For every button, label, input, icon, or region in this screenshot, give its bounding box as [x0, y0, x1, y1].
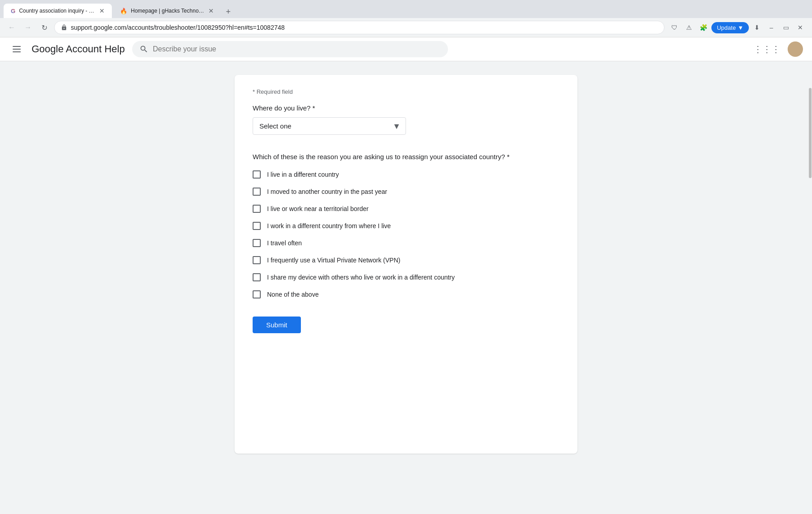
hamburger-icon [13, 46, 21, 52]
checkbox-item[interactable]: I live or work near a territorial border [253, 200, 559, 217]
reason-question: Which of these is the reason you are ask… [253, 153, 559, 161]
checkbox-label-cb1: I live in a different country [267, 171, 339, 178]
checkbox-item[interactable]: I travel often [253, 234, 559, 252]
reload-button[interactable]: ↻ [38, 21, 51, 34]
checkbox-label-cb6: I frequently use a Virtual Private Netwo… [267, 257, 400, 264]
checkbox-item[interactable]: I share my device with others who live o… [253, 269, 559, 286]
checkbox-label-cb3: I live or work near a territorial border [267, 205, 369, 212]
tab2-favicon: 🔥 [120, 8, 127, 14]
checkbox-label-cb2: I moved to another country in the past y… [267, 188, 387, 195]
checkbox-cb7[interactable] [253, 273, 261, 281]
forward-button[interactable]: → [22, 21, 34, 34]
minimize-button[interactable]: – [765, 21, 778, 34]
tab2-title: Homepage | gHacks Technology News [131, 8, 205, 14]
country-select-wrapper: Select one ▼ [253, 117, 406, 135]
checkbox-label-cb8: None of the above [267, 291, 318, 298]
country-select[interactable]: Select one [253, 117, 406, 135]
checkbox-cb6[interactable] [253, 256, 261, 264]
tab2-close-icon[interactable]: ✕ [208, 7, 214, 14]
back-button[interactable]: ← [5, 21, 18, 34]
checkbox-item[interactable]: I work in a different country from where… [253, 217, 559, 234]
tab1-title: Country association inquiry - Goo... [19, 8, 96, 14]
checkbox-item[interactable]: None of the above [253, 286, 559, 303]
page-content: * Required field Where do you live? * Se… [0, 61, 812, 467]
warning-icon[interactable]: ⚠ [683, 21, 695, 34]
update-chevron-icon: ▼ [738, 24, 743, 31]
app-title: Google Account Help [32, 43, 125, 55]
inactive-tab[interactable]: 🔥 Homepage | gHacks Technology News ✕ [113, 4, 221, 18]
checkbox-cb4[interactable] [253, 222, 261, 230]
checkbox-cb1[interactable] [253, 170, 261, 179]
address-bar[interactable]: support.google.com/accounts/troubleshoot… [54, 21, 664, 34]
maximize-button[interactable]: ▭ [780, 21, 792, 34]
app-header: Google Account Help ⋮⋮⋮ [0, 37, 812, 61]
where-live-question: Where do you live? * [253, 104, 559, 112]
search-box[interactable] [132, 41, 448, 57]
user-avatar[interactable] [788, 41, 803, 57]
submit-button[interactable]: Submit [253, 317, 301, 333]
search-input[interactable] [153, 45, 441, 53]
checkbox-cb3[interactable] [253, 205, 261, 213]
scrollbar[interactable] [808, 79, 812, 462]
google-apps-icon[interactable]: ⋮⋮⋮ [753, 44, 780, 55]
new-tab-button[interactable]: + [222, 5, 235, 18]
close-window-button[interactable]: ✕ [794, 21, 807, 34]
checkbox-cb5[interactable] [253, 239, 261, 247]
checkbox-cb2[interactable] [253, 188, 261, 196]
checkbox-cb8[interactable] [253, 290, 261, 298]
hamburger-menu-button[interactable] [9, 42, 24, 56]
lock-icon [61, 24, 67, 31]
tab1-close-icon[interactable]: ✕ [99, 7, 105, 14]
checkbox-label-cb5: I travel often [267, 239, 302, 247]
update-button[interactable]: Update ▼ [711, 22, 749, 33]
search-icon [139, 45, 148, 54]
checkbox-item[interactable]: I moved to another country in the past y… [253, 183, 559, 200]
tab1-favicon: G [11, 8, 15, 14]
downloads-icon[interactable]: ⬇ [751, 21, 763, 34]
checkbox-label-cb7: I share my device with others who live o… [267, 274, 455, 281]
scrollbar-thumb[interactable] [809, 88, 812, 178]
submit-area: Submit [253, 317, 559, 333]
checkbox-group: I live in a different country I moved to… [253, 166, 559, 303]
checkbox-label-cb4: I work in a different country from where… [267, 222, 391, 229]
checkbox-item[interactable]: I live in a different country [253, 166, 559, 183]
brave-shield-icon[interactable]: 🛡 [668, 21, 681, 34]
url-text: support.google.com/accounts/troubleshoot… [71, 24, 658, 31]
extensions-icon[interactable]: 🧩 [697, 21, 710, 34]
form-card: * Required field Where do you live? * Se… [235, 75, 577, 454]
required-note: * Required field [253, 88, 559, 95]
checkbox-item[interactable]: I frequently use a Virtual Private Netwo… [253, 252, 559, 269]
active-tab[interactable]: G Country association inquiry - Goo... ✕ [4, 4, 112, 18]
